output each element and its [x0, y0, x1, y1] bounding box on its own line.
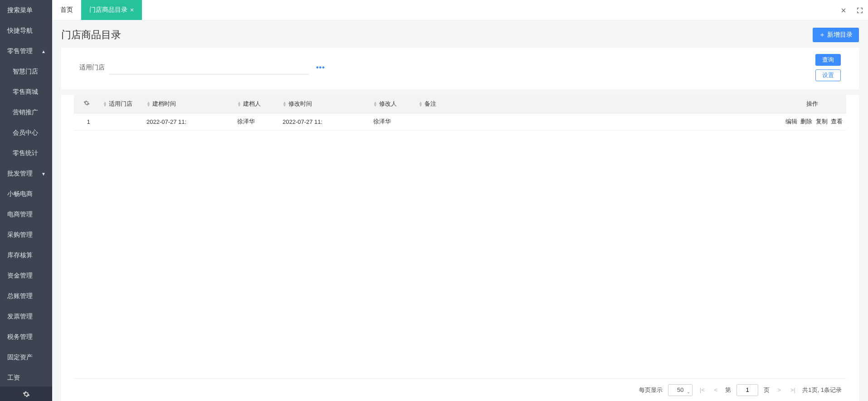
- cell-create-time: 2022-07-27 11:: [143, 113, 234, 130]
- col-modify-time[interactable]: ▲▼修改时间: [279, 95, 370, 113]
- first-page-icon[interactable]: |<: [698, 386, 706, 393]
- op-edit[interactable]: 编辑: [785, 118, 797, 125]
- settings-button[interactable]: 设置: [815, 69, 841, 81]
- cell-ops: 编辑 删除 复制 查看: [778, 113, 846, 130]
- col-create-by[interactable]: ▲▼建档人: [234, 95, 279, 113]
- data-table: ▲▼适用门店 ▲▼建档时间 ▲▼建档人 ▲▼修改时间 ▲▼修改人 ▲▼备注 操作…: [74, 95, 846, 131]
- sidebar-ledger[interactable]: 总账管理: [0, 286, 52, 306]
- filter-right: 查询 设置: [815, 54, 841, 81]
- sidebar-xiaochang[interactable]: 小畅电商: [0, 184, 52, 204]
- table-wrap: ▲▼适用门店 ▲▼建档时间 ▲▼建档人 ▲▼修改时间 ▲▼修改人 ▲▼备注 操作…: [61, 95, 859, 401]
- tab-home[interactable]: 首页: [52, 0, 81, 20]
- new-catalog-button[interactable]: ＋ 新增目录: [813, 28, 859, 42]
- tabs-bar: 首页 门店商品目录 ×: [52, 0, 868, 20]
- content: 门店商品目录 ＋ 新增目录 适用门店 ••• 查询 设置: [52, 20, 868, 401]
- prev-page-icon[interactable]: <: [712, 386, 720, 393]
- sort-icon: ▲▼: [373, 101, 377, 107]
- sidebar-wholesale-label: 批发管理: [7, 170, 33, 177]
- caret-down-icon: ▼: [41, 163, 46, 184]
- cell-modify-by: 徐泽华: [370, 113, 415, 130]
- sidebar-sub-retailstats[interactable]: 零售统计: [0, 143, 52, 163]
- page-number-input[interactable]: [736, 384, 758, 396]
- per-page-label: 每页显示: [639, 386, 663, 394]
- tab-store-product-catalog[interactable]: 门店商品目录 ×: [81, 0, 142, 20]
- op-delete[interactable]: 删除: [800, 118, 812, 125]
- table-header-row: ▲▼适用门店 ▲▼建档时间 ▲▼建档人 ▲▼修改时间 ▲▼修改人 ▲▼备注 操作: [74, 95, 846, 113]
- sidebar-sub-smartstore[interactable]: 智慧门店: [0, 61, 52, 82]
- sidebar-tax[interactable]: 税务管理: [0, 327, 52, 347]
- sidebar-sub-marketing[interactable]: 营销推广: [0, 102, 52, 122]
- col-note[interactable]: ▲▼备注: [415, 95, 778, 113]
- col-ops: 操作: [778, 95, 846, 113]
- table-row[interactable]: 1 2022-07-27 11: 徐泽华 2022-07-27 11: 徐泽华 …: [74, 113, 846, 130]
- sidebar-ecommerce[interactable]: 电商管理: [0, 204, 52, 225]
- sidebar-funds[interactable]: 资金管理: [0, 265, 52, 286]
- cell-modify-time: 2022-07-27 11:: [279, 113, 370, 130]
- next-page-icon[interactable]: >: [775, 386, 783, 393]
- sort-icon: ▲▼: [237, 101, 241, 107]
- gear-icon: [83, 101, 90, 108]
- col-store-label: 适用门店: [109, 100, 132, 107]
- main: 首页 门店商品目录 × 门店商品目录 ＋ 新增目录 适用门店: [52, 0, 868, 401]
- col-store[interactable]: ▲▼适用门店: [99, 95, 143, 113]
- cell-store: [99, 113, 143, 130]
- tab-active-label: 门店商品目录: [89, 6, 127, 14]
- col-cby-label: 建档人: [243, 100, 261, 107]
- filter-left: 适用门店 •••: [79, 61, 325, 74]
- page-title: 门店商品目录: [61, 28, 121, 42]
- page-label-post: 页: [764, 386, 770, 394]
- sort-icon: ▲▼: [419, 101, 423, 107]
- op-view[interactable]: 查看: [831, 118, 843, 125]
- caret-up-icon: ▲: [41, 41, 46, 61]
- more-icon[interactable]: •••: [316, 64, 325, 72]
- sidebar-settings-footer[interactable]: [0, 386, 52, 401]
- sidebar-retail-label: 零售管理: [7, 47, 33, 54]
- sidebar: 搜索菜单 快捷导航 零售管理 ▲ 智慧门店 零售商城 营销推广 会员中心 零售统…: [0, 0, 52, 401]
- new-catalog-label: 新增目录: [827, 31, 853, 39]
- chevron-down-icon: ⌄: [687, 386, 690, 397]
- sidebar-sub-member[interactable]: 会员中心: [0, 122, 52, 143]
- tabs-right: [838, 0, 865, 20]
- cell-idx: 1: [74, 113, 99, 130]
- last-page-icon[interactable]: >|: [789, 386, 797, 393]
- col-mby-label: 修改人: [379, 100, 397, 107]
- cell-create-by: 徐泽华: [234, 113, 279, 130]
- col-note-label: 备注: [424, 100, 436, 107]
- sort-icon: ▲▼: [103, 101, 107, 107]
- col-ctime-label: 建档时间: [152, 100, 176, 107]
- sidebar-purchase[interactable]: 采购管理: [0, 225, 52, 245]
- fullscreen-icon[interactable]: [854, 5, 865, 16]
- col-create-time[interactable]: ▲▼建档时间: [143, 95, 234, 113]
- paging-summary: 共1页, 1条记录: [802, 386, 842, 394]
- close-all-icon[interactable]: [838, 5, 849, 16]
- query-button[interactable]: 查询: [815, 54, 841, 66]
- close-icon[interactable]: ×: [130, 6, 134, 14]
- sidebar-wholesale[interactable]: 批发管理 ▼: [0, 163, 52, 184]
- sort-icon: ▲▼: [283, 101, 287, 107]
- cell-note: [415, 113, 778, 130]
- page-header: 门店商品目录 ＋ 新增目录: [61, 28, 859, 42]
- filter-store-label: 适用门店: [79, 64, 105, 72]
- page-size-value: 50: [677, 386, 683, 393]
- col-gear[interactable]: [74, 95, 99, 113]
- sidebar-invoice[interactable]: 发票管理: [0, 306, 52, 327]
- sidebar-sub-retailmall[interactable]: 零售商城: [0, 82, 52, 102]
- paging: 每页显示 50 ⌄ |< < 第 页 > >| 共1页, 1条记录: [74, 378, 846, 401]
- filter-card: 适用门店 ••• 查询 设置: [61, 48, 859, 89]
- gear-icon: [23, 390, 30, 397]
- col-mtime-label: 修改时间: [288, 100, 312, 107]
- sidebar-quicknav[interactable]: 快捷导航: [0, 20, 52, 41]
- plus-icon: ＋: [819, 31, 825, 39]
- page-size-select[interactable]: 50 ⌄: [668, 384, 692, 396]
- col-modify-by[interactable]: ▲▼修改人: [370, 95, 415, 113]
- sidebar-salary[interactable]: 工资: [0, 367, 52, 388]
- op-copy[interactable]: 复制: [816, 118, 828, 125]
- page-label-pre: 第: [725, 386, 731, 394]
- sort-icon: ▲▼: [146, 101, 151, 107]
- sidebar-search[interactable]: 搜索菜单: [0, 0, 52, 20]
- sidebar-fixedasset[interactable]: 固定资产: [0, 347, 52, 367]
- sidebar-retail-mgmt[interactable]: 零售管理 ▲: [0, 41, 52, 61]
- sidebar-inventory[interactable]: 库存核算: [0, 245, 52, 265]
- filter-store-input[interactable]: [109, 61, 309, 74]
